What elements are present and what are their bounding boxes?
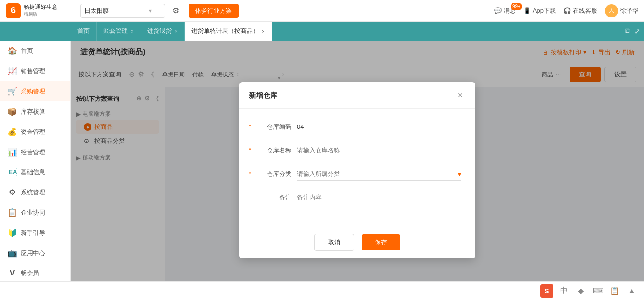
- service-label: 在线客服: [573, 7, 597, 15]
- tab-restore-icon[interactable]: ⧉: [625, 27, 630, 35]
- gear-icon[interactable]: ⚙: [169, 4, 183, 18]
- tab-account-close[interactable]: ×: [131, 28, 133, 34]
- avatar: 人: [605, 4, 618, 17]
- top-header: 6 畅捷通好生意 精易版 ▾ ⚙ 体验行业方案 💬 消息 99+ 📱 App下载…: [0, 0, 644, 22]
- warehouse-category-select[interactable]: ▾: [297, 167, 461, 181]
- tab-account[interactable]: 账套管理 ×: [97, 22, 140, 41]
- sidebar-item-basic-info[interactable]: EA 基础信息: [0, 162, 70, 182]
- sidebar-item-app-center[interactable]: 📺 应用中心: [0, 243, 70, 263]
- modal-body: 仓库编码 仓库名称 仓库分类 ▾: [239, 109, 475, 226]
- sidebar-item-member[interactable]: V 畅会员: [0, 263, 70, 283]
- tab-purchase-return-label: 进货退货: [147, 27, 172, 35]
- sidebar-member-label: 畅会员: [21, 269, 39, 277]
- operations-icon: 📊: [8, 148, 17, 157]
- cancel-button[interactable]: 取消: [314, 234, 354, 251]
- modal-title: 新增仓库: [249, 91, 277, 100]
- save-button[interactable]: 保存: [362, 234, 400, 250]
- app-icon: 📱: [523, 7, 531, 14]
- sidebar-item-sales[interactable]: 📈 销售管理: [0, 61, 70, 81]
- sidebar-sales-label: 销售管理: [21, 67, 45, 75]
- search-input[interactable]: [84, 7, 146, 14]
- tab-purchase-return-close[interactable]: ×: [174, 28, 177, 34]
- headset-icon: 🎧: [563, 7, 571, 14]
- modal-header: 新增仓库 ×: [239, 82, 475, 109]
- tab-account-label: 账套管理: [103, 27, 128, 35]
- tab-bar-controls: ⧉ ⤢: [625, 27, 644, 36]
- purchase-icon: 🛒: [8, 87, 17, 96]
- main-layout: 🏠 首页 📈 销售管理 🛒 采购管理 📦 库存核算 💰 资金管理 📊 经营管理 …: [0, 41, 644, 300]
- sidebar-home-label: 首页: [21, 47, 33, 55]
- tab-home-label: 首页: [77, 27, 90, 35]
- category-dropdown-icon[interactable]: ▾: [458, 170, 461, 178]
- sidebar-basic-info-label: 基础信息: [21, 168, 45, 176]
- sidebar-purchase-label: 采购管理: [21, 87, 45, 96]
- logo-sub: 精易版: [24, 11, 58, 17]
- warehouse-name-input[interactable]: [297, 144, 461, 157]
- modal-close-button[interactable]: ×: [454, 90, 466, 101]
- modal-overlay: 新增仓库 × 仓库编码 仓库名称 仓库分类: [71, 41, 644, 300]
- tab-purchase-stat-label: 进货单统计表（按商品）: [191, 27, 259, 35]
- message-item[interactable]: 💬 消息 99+: [494, 7, 516, 15]
- tab-bar: 首页 账套管理 × 进货退货 × 进货单统计表（按商品） × ⧉ ⤢: [0, 22, 644, 41]
- sidebar-operations-label: 经营管理: [21, 148, 45, 157]
- sidebar-item-collab[interactable]: 📋 企业协同: [0, 202, 70, 223]
- guide-icon: 🔰: [8, 228, 17, 237]
- notes-input[interactable]: [297, 191, 461, 204]
- bottom-keyboard-icon[interactable]: ⌨: [591, 284, 604, 298]
- content-area: 进货单统计(按商品) 🖨 按模板打印 ▾ ⬇ 导出 ↻ 刷新 按以下方案查询: [71, 41, 644, 300]
- search-dropdown-icon[interactable]: ▾: [146, 6, 155, 16]
- sidebar-system-label: 系统管理: [21, 188, 45, 197]
- finance-icon: 💰: [8, 127, 17, 136]
- sidebar-item-purchase[interactable]: 🛒 采购管理: [0, 81, 70, 101]
- sidebar-item-inventory[interactable]: 📦 库存核算: [0, 101, 70, 122]
- sidebar: 🏠 首页 📈 销售管理 🛒 采购管理 📦 库存核算 💰 资金管理 📊 经营管理 …: [0, 41, 71, 300]
- new-warehouse-modal: 新增仓库 × 仓库编码 仓库名称 仓库分类: [239, 82, 475, 258]
- tab-fullscreen-icon[interactable]: ⤢: [634, 27, 640, 36]
- tab-purchase-stat-close[interactable]: ×: [262, 28, 264, 34]
- warehouse-category-input[interactable]: [297, 167, 458, 180]
- sidebar-finance-label: 资金管理: [21, 128, 45, 136]
- trial-button[interactable]: 体验行业方案: [189, 4, 239, 18]
- message-icon: 💬: [494, 7, 502, 14]
- basic-info-icon: EA: [8, 168, 17, 176]
- bottom-arrow-icon[interactable]: ▲: [625, 284, 638, 298]
- tab-purchase-return[interactable]: 进货退货 ×: [140, 22, 184, 41]
- sidebar-item-home[interactable]: 🏠 首页: [0, 41, 70, 61]
- sidebar-item-operations[interactable]: 📊 经营管理: [0, 142, 70, 162]
- collab-icon: 📋: [8, 208, 17, 217]
- sales-icon: 📈: [8, 67, 17, 75]
- sidebar-app-center-label: 应用中心: [21, 249, 45, 258]
- bottom-chinese-icon[interactable]: 中: [557, 284, 570, 298]
- header-right: 💬 消息 99+ 📱 App下载 🎧 在线客服 人 徐泽华: [494, 4, 638, 17]
- app-download-item[interactable]: 📱 App下载: [523, 7, 556, 15]
- sidebar-collab-label: 企业协同: [21, 208, 45, 217]
- bottom-bar: S 中 ◆ ⌨ 📋 ▲: [0, 281, 644, 300]
- bottom-bar-right: S 中 ◆ ⌨ 📋 ▲: [540, 284, 638, 298]
- sidebar-item-guide[interactable]: 🔰 新手引导: [0, 223, 70, 243]
- sidebar-guide-label: 新手引导: [21, 229, 45, 237]
- system-icon: ⚙: [8, 188, 17, 197]
- user-item[interactable]: 人 徐泽华: [605, 4, 638, 17]
- header-search-box[interactable]: ▾: [80, 4, 165, 18]
- tab-purchase-stat[interactable]: 进货单统计表（按商品） ×: [185, 22, 272, 41]
- warehouse-name-label: 仓库名称: [254, 146, 291, 155]
- warehouse-name-row: 仓库名称: [254, 144, 461, 157]
- sidebar-item-finance[interactable]: 💰 资金管理: [0, 122, 70, 142]
- bottom-diamond-icon[interactable]: ◆: [574, 284, 587, 298]
- app-center-icon: 📺: [8, 249, 17, 258]
- app-label: App下载: [533, 7, 556, 15]
- message-badge: 99+: [511, 3, 522, 10]
- tab-home[interactable]: 首页: [71, 22, 97, 41]
- logo-name: 畅捷通好生意: [24, 4, 58, 11]
- bottom-logo: S: [540, 284, 553, 298]
- logo-area: 6 畅捷通好生意 精易版: [6, 3, 76, 18]
- warehouse-code-row: 仓库编码: [254, 120, 461, 133]
- bottom-clipboard-icon[interactable]: 📋: [608, 284, 621, 298]
- sidebar-item-system[interactable]: ⚙ 系统管理: [0, 182, 70, 202]
- warehouse-code-input[interactable]: [297, 120, 461, 133]
- notes-label: 备注: [254, 193, 291, 202]
- modal-footer: 取消 保存: [239, 226, 475, 258]
- member-icon: V: [8, 269, 17, 277]
- warehouse-code-label: 仓库编码: [254, 123, 291, 131]
- service-item[interactable]: 🎧 在线客服: [563, 7, 597, 15]
